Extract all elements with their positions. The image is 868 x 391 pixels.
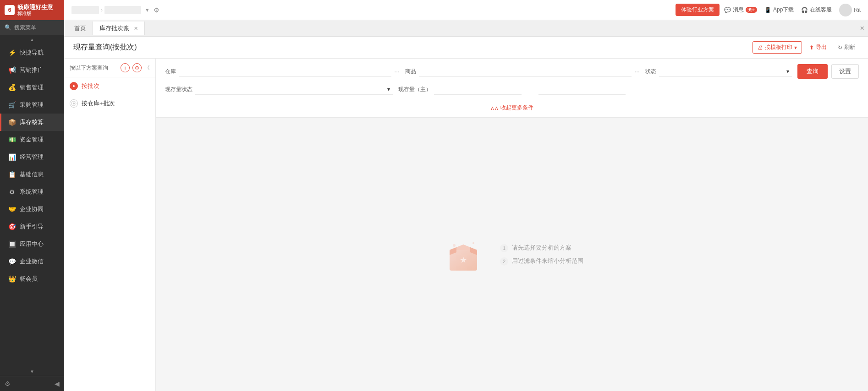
tab-home[interactable]: 首页 <box>68 22 93 35</box>
sidebar-item-newbie[interactable]: 🎯 新手引导 <box>0 218 64 235</box>
sidebar-item-finance[interactable]: 💵 资金管理 <box>0 131 64 148</box>
sidebar-item-marketing[interactable]: 📢 营销推广 <box>0 61 64 79</box>
print-icon: 🖨 <box>758 44 763 51</box>
tip-text-2: 用过滤条件来缩小分析范围 <box>512 257 583 265</box>
sidebar-item-label: 畅会员 <box>20 275 38 283</box>
settings-btn[interactable]: 设置 <box>831 64 859 79</box>
sidebar-item-system[interactable]: ⚙ 系统管理 <box>0 183 64 201</box>
warehouse-more-icon[interactable]: ··· <box>394 68 400 75</box>
app-download-btn[interactable]: 📱 App下载 <box>764 6 794 14</box>
stock-qty-max-input[interactable] <box>538 84 626 95</box>
warehouse-label: 仓库 <box>165 68 176 76</box>
svg-point-9 <box>453 244 456 247</box>
sidebar-collapse-btn[interactable]: ◀ <box>55 380 60 387</box>
left-panel-actions: + ⚙ 《 <box>121 63 150 72</box>
page-header: 现存量查询(按批次) 🖨 按模板打印 ▾ ⬆ 导出 ↻ 刷新 <box>64 37 868 59</box>
stock-status-select[interactable]: ▾ <box>195 84 393 95</box>
tab-batch-account[interactable]: 库存批次账 ✕ <box>93 22 145 35</box>
product-input[interactable] <box>419 66 632 77</box>
filter-row-1: 仓库 ··· 商品 ··· 状态 <box>165 64 859 79</box>
left-panel: 按以下方案查询 + ⚙ 《 按批次 按仓库+批次 <box>64 59 156 391</box>
collapse-up-icon: ∧∧ <box>490 105 499 111</box>
sidebar-search[interactable]: 🔍 搜索菜单 <box>0 20 64 35</box>
scheme-item-by-warehouse-batch[interactable]: 按仓库+批次 <box>64 95 155 112</box>
tabbar: 首页 库存批次账 ✕ ✕ <box>64 20 868 37</box>
filter-stock-status: 现存量状态 ▾ <box>165 84 393 95</box>
export-btn[interactable]: ⬆ 导出 <box>806 42 830 53</box>
filter-row-2: 现存量状态 ▾ 现存量（主） — <box>165 84 859 95</box>
dropdown-arrow-icon[interactable]: ▾ <box>146 6 149 13</box>
enterprise-icon: 🤝 <box>8 206 16 213</box>
sidebar-settings-icon[interactable]: ⚙ <box>5 380 11 387</box>
sales-icon: 💰 <box>8 84 16 91</box>
app-name-text: 畅康通好生意 标准版 <box>17 4 60 16</box>
newbie-icon: 🎯 <box>8 223 16 230</box>
sidebar-scroll-down[interactable]: ▼ <box>0 367 64 376</box>
right-panel: 仓库 ··· 商品 ··· 状态 <box>156 59 868 391</box>
tip-num-2: 2 <box>500 257 508 266</box>
product-more-icon[interactable]: ··· <box>634 68 640 75</box>
user-name-label: Rit <box>854 7 861 13</box>
messages-label: 消息 <box>733 6 744 14</box>
finance-icon: 💵 <box>8 136 16 143</box>
quick-nav-icon: ⚡ <box>8 49 16 56</box>
left-panel-title: 按以下方案查询 <box>70 64 108 72</box>
scheme-label: 按仓库+批次 <box>82 99 115 108</box>
svg-point-10 <box>472 242 474 244</box>
sidebar-item-enterprise[interactable]: 🤝 企业协同 <box>0 201 64 218</box>
filter-stock-qty: 现存量（主） — <box>398 84 626 95</box>
query-btn[interactable]: 查询 <box>797 64 828 79</box>
refresh-btn[interactable]: ↻ 刷新 <box>834 42 859 53</box>
product-label: 商品 <box>405 68 416 76</box>
sidebar-item-quick-nav[interactable]: ⚡ 快捷导航 <box>0 44 64 61</box>
sidebar-scroll-up[interactable]: ▲ <box>0 35 64 44</box>
scheme-item-by-batch[interactable]: 按批次 <box>64 77 155 95</box>
manage-scheme-btn[interactable]: ⚙ <box>132 63 142 72</box>
sidebar-item-inventory[interactable]: 📦 库存核算 <box>0 114 64 131</box>
stock-qty-min-input[interactable] <box>434 84 522 95</box>
settings-gear-icon[interactable]: ⚙ <box>154 6 159 14</box>
sidebar-item-basic[interactable]: 📋 基础信息 <box>0 166 64 183</box>
filter-row-1-wrapper: 仓库 ··· 商品 ··· 状态 <box>165 64 859 79</box>
marketing-icon: 📢 <box>8 66 16 74</box>
collapse-filter-btn[interactable]: ∧∧ 收起更多条件 <box>165 100 859 115</box>
filter-product: 商品 ··· <box>405 66 640 77</box>
sidebar-item-purchase[interactable]: 🛒 采购管理 <box>0 96 64 114</box>
sidebar-item-label: 库存核算 <box>20 118 44 126</box>
messages-badge: 99+ <box>746 7 757 13</box>
empty-tip-1: 1 请先选择要分析的方案 <box>500 244 583 252</box>
sidebar-item-label: 应用中心 <box>20 240 44 248</box>
sidebar-item-label: 采购管理 <box>20 101 44 109</box>
status-select[interactable]: ▾ <box>659 66 792 77</box>
sidebar-item-label: 基础信息 <box>20 170 44 179</box>
scheme-label: 按批次 <box>82 82 99 90</box>
export-icon: ⬆ <box>809 44 814 51</box>
industry-solution-btn[interactable]: 体验行业方案 <box>676 4 720 16</box>
sidebar-item-label: 企业微信 <box>20 257 44 266</box>
sidebar-item-wechat[interactable]: 💬 企业微信 <box>0 253 64 270</box>
sidebar-item-app-center[interactable]: 🔲 应用中心 <box>0 235 64 253</box>
stock-status-label: 现存量状态 <box>165 86 192 93</box>
add-scheme-btn[interactable]: + <box>121 63 130 72</box>
sidebar-item-member[interactable]: 👑 畅会员 <box>0 270 64 288</box>
close-all-tabs-btn[interactable]: ✕ <box>860 25 864 32</box>
warehouse-input[interactable] <box>179 66 391 77</box>
user-avatar-btn[interactable]: Rit <box>839 4 861 16</box>
online-service-btn[interactable]: 🎧 在线客服 <box>801 6 832 14</box>
empty-tip-2: 2 用过滤条件来缩小分析范围 <box>500 257 583 266</box>
sidebar-item-operations[interactable]: 📊 经营管理 <box>0 148 64 166</box>
filter-area: 仓库 ··· 商品 ··· 状态 <box>156 59 868 118</box>
tip-text-1: 请先选择要分析的方案 <box>512 244 571 252</box>
operations-icon: 📊 <box>8 153 16 161</box>
search-icon: 🔍 <box>5 24 11 31</box>
stock-qty-label: 现存量（主） <box>398 86 431 93</box>
messages-btn[interactable]: 💬 消息 99+ <box>724 6 757 14</box>
print-btn[interactable]: 🖨 按模板打印 ▾ <box>753 41 802 54</box>
sidebar-item-label: 资金管理 <box>20 136 44 144</box>
left-panel-collapse-btn[interactable]: 《 <box>144 64 150 72</box>
sidebar-item-label: 系统管理 <box>20 188 44 196</box>
print-dropdown-icon[interactable]: ▾ <box>794 44 797 51</box>
sidebar-footer: ⚙ ◀ <box>0 376 64 391</box>
sidebar-item-sales[interactable]: 💰 销售管理 <box>0 79 64 96</box>
tab-close-btn[interactable]: ✕ <box>134 26 138 31</box>
